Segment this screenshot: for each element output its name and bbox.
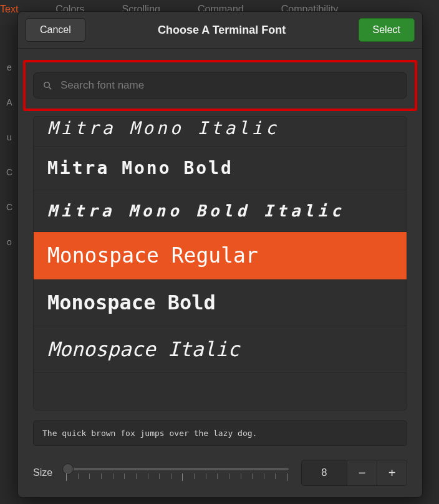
search-highlight-annotation [23,60,417,111]
font-item-monospace-regular[interactable]: Monospace Regular [34,232,407,279]
bg-tab-text: Text [0,4,18,15]
font-item-monospace-bold[interactable]: Monospace Bold [34,279,407,326]
size-input[interactable] [302,460,347,485]
select-button[interactable]: Select [359,18,415,42]
cancel-button[interactable]: Cancel [26,18,85,42]
svg-point-0 [44,82,50,87]
size-label: Size [33,467,52,478]
size-spinbutton: − + [301,460,407,486]
svg-line-1 [49,87,52,89]
font-preview: The quick brown fox jumps over the lazy … [33,420,407,446]
titlebar: Cancel Choose A Terminal Font Select [18,12,422,49]
slider-ticks [66,473,287,481]
font-item-monospace-italic[interactable]: Monospace Italic [34,326,407,373]
font-item-mitra-mono-bold[interactable]: Mitra Mono Bold [34,147,407,190]
size-increment-button[interactable]: + [377,460,407,485]
dialog-title: Choose A Terminal Font [85,24,359,37]
slider-track [65,468,289,470]
background-sidebar: e A u C C o [0,25,19,504]
font-list[interactable]: Mitra Mono Italic Mitra Mono Bold Mitra … [33,116,407,410]
search-icon [42,80,53,91]
size-decrement-button[interactable]: − [347,460,377,485]
font-item-mitra-mono-bold-italic[interactable]: Mitra Mono Bold Italic [34,190,407,232]
font-item-mitra-mono-italic[interactable]: Mitra Mono Italic [34,117,407,147]
search-input[interactable] [60,79,398,92]
font-chooser-dialog: Cancel Choose A Terminal Font Select Mit… [17,11,423,498]
search-field-wrap[interactable] [33,72,407,99]
size-slider[interactable] [61,462,292,483]
size-row: Size − + [33,460,407,486]
